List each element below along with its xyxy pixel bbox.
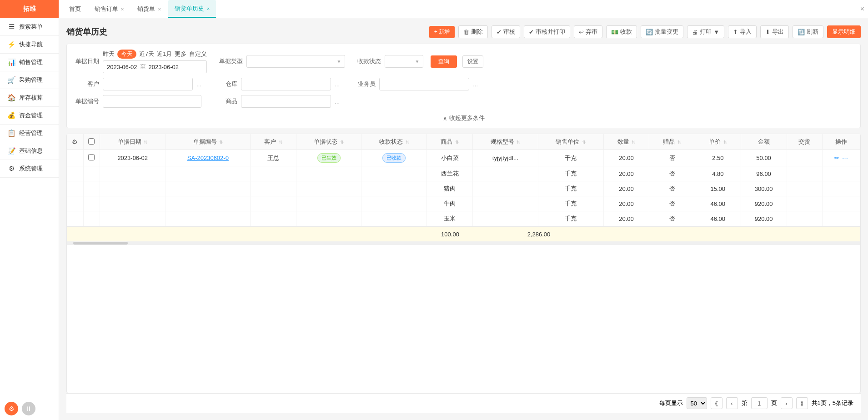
export-button[interactable]: ⬇ 导出 bbox=[760, 25, 789, 38]
row-product: 牛肉 bbox=[427, 196, 473, 211]
customer-input[interactable] bbox=[103, 78, 193, 90]
tab-sales-history[interactable]: 销货单历史 × bbox=[168, 0, 216, 18]
sidebar-item-finance[interactable]: 💰 资金管理 bbox=[0, 107, 59, 125]
filter-product-item: 商品 ... bbox=[212, 95, 340, 108]
salesman-input[interactable] bbox=[379, 78, 469, 90]
sort-customer-icon: ⇅ bbox=[279, 140, 282, 145]
per-page-select[interactable]: 50 bbox=[687, 397, 707, 409]
table-settings-icon[interactable]: ⚙ bbox=[72, 138, 78, 145]
row-settings bbox=[67, 150, 83, 166]
refresh-button[interactable]: 🔃 刷新 bbox=[793, 25, 823, 38]
import-button[interactable]: ⬆ 导入 bbox=[728, 25, 757, 38]
filter-warehouse-item: 仓库 ... bbox=[212, 78, 340, 90]
print-icon: 🖨 bbox=[692, 29, 698, 35]
col-gift[interactable]: 赠品 ⇅ bbox=[649, 134, 695, 150]
batch-change-button[interactable]: 🔄 批量变更 bbox=[641, 25, 683, 38]
sidebar-item-purchase[interactable]: 🛒 采购管理 bbox=[0, 71, 59, 89]
warehouse-input[interactable] bbox=[241, 78, 331, 90]
row-price: 46.00 bbox=[695, 211, 741, 226]
abandon-button[interactable]: ↩ 弃审 bbox=[574, 25, 602, 38]
page-input[interactable] bbox=[751, 397, 768, 409]
tab-sales-goods-close[interactable]: × bbox=[158, 6, 161, 12]
shortcut-more[interactable]: 更多 bbox=[175, 50, 186, 58]
new-button[interactable]: + 新增 bbox=[429, 26, 455, 38]
page-prev-btn[interactable]: ‹ bbox=[726, 397, 738, 409]
sidebar-pause-btn[interactable]: ⏸ bbox=[22, 402, 35, 415]
scrollbar-thumb[interactable] bbox=[73, 242, 128, 245]
approve-button[interactable]: ✔ 审核 bbox=[492, 25, 520, 38]
product-dots[interactable]: ... bbox=[335, 98, 340, 105]
shortcut-yesterday[interactable]: 昨天 bbox=[103, 50, 115, 58]
sidebar-item-label: 搜索菜单 bbox=[19, 23, 43, 31]
sidebar-item-search[interactable]: ☰ 搜索菜单 bbox=[0, 18, 59, 36]
tab-home[interactable]: 首页 bbox=[63, 0, 87, 18]
product-input[interactable] bbox=[241, 95, 331, 108]
col-customer[interactable]: 客户 ⇅ bbox=[250, 134, 296, 150]
col-doc-no[interactable]: 单据编号 ⇅ bbox=[166, 134, 250, 150]
sidebar-item-inventory[interactable]: 🏠 库存核算 bbox=[0, 89, 59, 107]
col-payment-status[interactable]: 收款状态 ⇅ bbox=[361, 134, 427, 150]
sidebar-collapse-btn[interactable]: ⚙ bbox=[5, 402, 18, 415]
warehouse-dots[interactable]: ... bbox=[335, 81, 340, 88]
tab-sales-history-close[interactable]: × bbox=[207, 6, 210, 11]
col-price[interactable]: 单价 ⇅ bbox=[695, 134, 741, 150]
tab-sales-order[interactable]: 销售订单 × bbox=[88, 0, 130, 18]
page-next-btn[interactable]: › bbox=[781, 397, 793, 409]
row-doc-date: 2023-06-02 bbox=[100, 150, 166, 166]
col-amount[interactable]: 金额 bbox=[741, 134, 787, 150]
date-range-input[interactable]: 2023-06-02 至 2023-06-02 bbox=[103, 60, 207, 73]
delete-button[interactable]: 🗑 删除 bbox=[458, 25, 488, 38]
sidebar-item-system[interactable]: ⚙ 系统管理 bbox=[0, 160, 59, 178]
show-detail-button[interactable]: 显示明细 bbox=[827, 25, 861, 38]
payment-status-select[interactable]: ▼ bbox=[385, 55, 423, 68]
sidebar-item-sales[interactable]: 📊 销售管理 bbox=[0, 54, 59, 71]
doc-no-link[interactable]: SA-20230602-0 bbox=[187, 155, 229, 161]
print-button[interactable]: 🖨 打印 ▼ bbox=[687, 25, 724, 38]
sidebar-item-basic[interactable]: 📝 基础信息 bbox=[0, 142, 59, 160]
tab-bar-close[interactable]: × bbox=[860, 5, 864, 13]
shortcut-today[interactable]: 今天 bbox=[117, 50, 136, 59]
row-gift: 否 bbox=[649, 166, 695, 181]
shortcut-1month[interactable]: 近1月 bbox=[157, 50, 172, 58]
customer-dots[interactable]: ... bbox=[196, 81, 201, 88]
settings-button[interactable]: 设置 bbox=[462, 55, 483, 68]
row-doc-date bbox=[100, 196, 166, 211]
shortcut-custom[interactable]: 自定义 bbox=[189, 50, 207, 58]
table-scrollbar[interactable] bbox=[67, 241, 860, 245]
sidebar-item-ops[interactable]: 📋 经营管理 bbox=[0, 125, 59, 142]
col-spec[interactable]: 规格型号 ⇅ bbox=[472, 134, 538, 150]
edit-action[interactable]: ✏ bbox=[834, 155, 839, 161]
col-payment-status-label: 收款状态 bbox=[379, 138, 403, 145]
tab-sales-goods[interactable]: 销货单 × bbox=[131, 0, 167, 18]
row-action bbox=[822, 211, 860, 226]
col-product[interactable]: 商品 ⇅ bbox=[427, 134, 473, 150]
shortcut-7days[interactable]: 近7天 bbox=[139, 50, 154, 58]
select-all-checkbox[interactable] bbox=[88, 138, 95, 145]
page-first-btn[interactable]: ⟪ bbox=[711, 397, 722, 409]
col-doc-status[interactable]: 单据状态 ⇅ bbox=[296, 134, 361, 150]
docno-input[interactable] bbox=[103, 95, 201, 108]
col-quantity[interactable]: 数量 ⇅ bbox=[603, 134, 649, 150]
data-table: ⚙ 单据日期 ⇅ 单据编号 ⇅ bbox=[67, 134, 860, 226]
collect-button[interactable]: 💵 收款 bbox=[606, 25, 637, 38]
collapse-row[interactable]: ∧ 收起更多条件 bbox=[74, 112, 853, 122]
doc-type-select[interactable]: ▼ bbox=[246, 55, 345, 68]
col-settings[interactable]: ⚙ bbox=[67, 134, 83, 150]
page-last-btn[interactable]: ⟫ bbox=[796, 397, 808, 409]
approve-print-button[interactable]: ✔ 审核并打印 bbox=[524, 25, 570, 38]
col-unit[interactable]: 销售单位 ⇅ bbox=[538, 134, 603, 150]
row-doc-no bbox=[166, 181, 250, 196]
doc-type-label: 单据类型 bbox=[218, 57, 243, 65]
salesman-dots[interactable]: ... bbox=[473, 81, 478, 88]
table-row: 西兰花 千克 20.00 否 4.80 96.00 bbox=[67, 166, 860, 181]
query-button[interactable]: 查询 bbox=[431, 55, 457, 68]
customer-label: 客户 bbox=[74, 80, 99, 88]
row-gift: 否 bbox=[649, 211, 695, 226]
row-select-checkbox[interactable] bbox=[88, 154, 95, 160]
col-doc-date[interactable]: 单据日期 ⇅ bbox=[100, 134, 166, 150]
row-checkbox bbox=[83, 181, 100, 196]
more-action[interactable]: ⋯ bbox=[842, 155, 848, 161]
sidebar-item-quick-nav[interactable]: ⚡ 快捷导航 bbox=[0, 36, 59, 54]
tab-sales-order-close[interactable]: × bbox=[121, 6, 124, 12]
export-icon: ⬇ bbox=[765, 29, 770, 35]
